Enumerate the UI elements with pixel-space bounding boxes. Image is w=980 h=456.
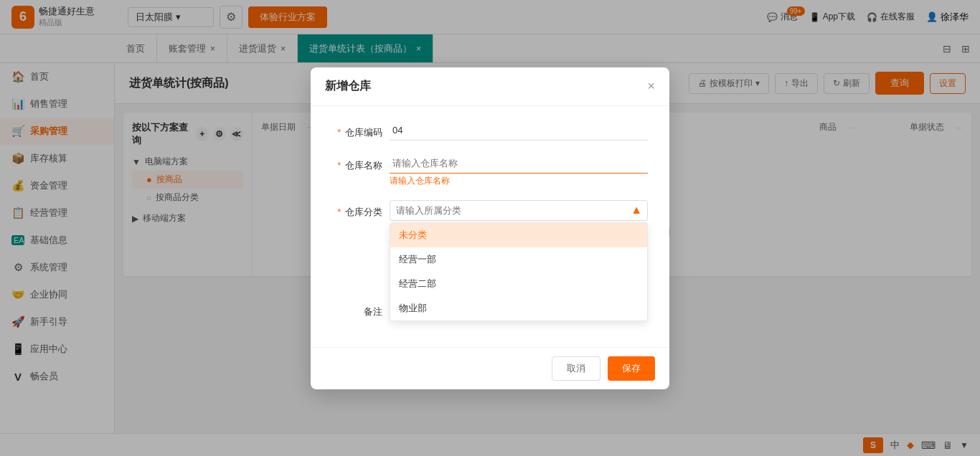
form-row-code: * 仓库编码 (332, 120, 648, 141)
code-input[interactable] (390, 120, 648, 141)
modal-overlay: 新增仓库 × * 仓库编码 * 仓库名称 (0, 0, 980, 456)
required-star-code: * (337, 127, 341, 138)
modal-footer: 取消 保存 (311, 347, 669, 389)
modal-close-button[interactable]: × (647, 79, 655, 94)
required-star-category: * (337, 206, 341, 217)
form-row-category: * 仓库分类 ▲ 未分类 经营一部 经营二部 物业部 (332, 200, 648, 221)
save-button[interactable]: 保存 (608, 356, 655, 381)
code-label: * 仓库编码 (332, 120, 390, 139)
cancel-button[interactable]: 取消 (552, 356, 600, 381)
name-input-wrap: 请输入仓库名称 (390, 153, 648, 187)
name-error-msg: 请输入仓库名称 (390, 175, 648, 187)
dropdown-option-none[interactable]: 未分类 (390, 223, 647, 247)
name-input[interactable] (390, 153, 648, 174)
category-label: * 仓库分类 (332, 200, 390, 219)
form-row-name: * 仓库名称 请输入仓库名称 (332, 153, 648, 187)
dropdown-option-dept1[interactable]: 经营一部 (390, 247, 647, 272)
modal-title: 新增仓库 (325, 79, 371, 94)
modal-header: 新增仓库 × (311, 67, 669, 106)
dropdown-option-dept2[interactable]: 经营二部 (390, 272, 647, 296)
code-input-wrap (390, 120, 648, 141)
category-input[interactable] (390, 200, 648, 221)
name-label: * 仓库名称 (332, 153, 390, 172)
category-dropdown-list: 未分类 经营一部 经营二部 物业部 (390, 222, 648, 321)
notes-label: 备注 (332, 300, 390, 318)
new-warehouse-modal: 新增仓库 × * 仓库编码 * 仓库名称 (311, 67, 669, 389)
dropdown-option-property[interactable]: 物业部 (390, 296, 647, 320)
category-dropdown-wrap: ▲ 未分类 经营一部 经营二部 物业部 (390, 200, 648, 221)
modal-body: * 仓库编码 * 仓库名称 请输入仓库名称 (311, 106, 669, 347)
dropdown-arrow-icon[interactable]: ▲ (631, 204, 642, 217)
required-star-name: * (337, 160, 341, 171)
